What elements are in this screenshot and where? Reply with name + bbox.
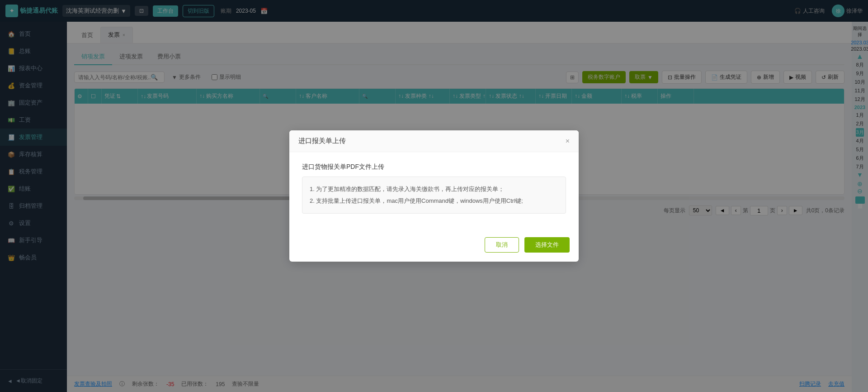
modal-overlay[interactable]: 进口报关单上传 × 进口货物报关单PDF文件上传 1. 为了更加精准的数据匹配，… xyxy=(0,0,868,392)
modal-title: 进口报关单上传 xyxy=(298,137,346,145)
modal-footer: 取消 选择文件 xyxy=(289,232,579,262)
modal-section-title: 进口货物报关单PDF文件上传 xyxy=(302,163,566,171)
import-customs-modal: 进口报关单上传 × 进口货物报关单PDF文件上传 1. 为了更加精准的数据匹配，… xyxy=(289,130,579,262)
modal-body: 进口货物报关单PDF文件上传 1. 为了更加精准的数据匹配，请先录入海关缴款书，… xyxy=(289,152,579,232)
modal-header: 进口报关单上传 × xyxy=(289,130,579,152)
modal-info-box: 1. 为了更加精准的数据匹配，请先录入海关缴款书，再上传对应的报关单； 2. 支… xyxy=(302,177,566,214)
modal-info-item-2: 2. 支持批量上传进口报关单，mac用户使用Command键，windows用户… xyxy=(310,195,558,207)
cancel-button[interactable]: 取消 xyxy=(485,237,519,253)
select-file-button[interactable]: 选择文件 xyxy=(524,237,570,253)
modal-info-item-1: 1. 为了更加精准的数据匹配，请先录入海关缴款书，再上传对应的报关单； xyxy=(310,183,558,195)
modal-close-button[interactable]: × xyxy=(566,138,570,145)
